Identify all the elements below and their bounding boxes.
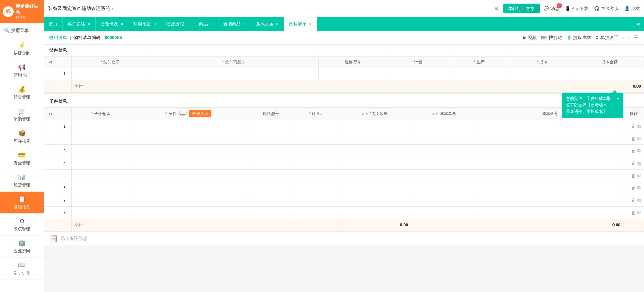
copy-row-icon[interactable]: ⧉: [637, 136, 641, 141]
child-row-spec[interactable]: [247, 207, 295, 219]
extract-cost-button[interactable]: 💲 提取成本: [566, 35, 591, 41]
child-row-quantity[interactable]: [338, 132, 411, 145]
child-row-unit-cost[interactable]: [411, 157, 477, 170]
sidebar-item-guide[interactable]: 📖 新手引导: [0, 258, 44, 280]
message-button[interactable]: 💬 消息 6: [544, 5, 559, 12]
child-row-goods[interactable]: [130, 194, 247, 207]
sidebar-item-sales[interactable]: 💰 销售管理: [0, 82, 44, 104]
tab-barcode[interactable]: 条码方案 ✕: [251, 17, 284, 31]
child-row-spec[interactable]: [247, 145, 295, 157]
view-toggle-icon[interactable]: ☰: [634, 34, 639, 41]
sidebar-item-operations[interactable]: 📊 经营管理: [0, 170, 44, 192]
child-row-unit[interactable]: [295, 194, 338, 207]
tab-close-icon[interactable]: ✕: [210, 22, 213, 26]
child-row-unit-cost[interactable]: [411, 120, 477, 132]
child-row-quantity[interactable]: [338, 194, 411, 207]
sidebar-item-basic-info[interactable]: 📋 基础信息: [0, 192, 44, 214]
video-button[interactable]: ▶ 视频: [523, 35, 537, 41]
parent-row-goods[interactable]: [149, 68, 318, 80]
child-row-unit[interactable]: [295, 207, 338, 219]
tab-ops-history[interactable]: 经营历程 ✕: [161, 17, 194, 31]
delete-row-icon[interactable]: 🗑: [631, 185, 636, 191]
delete-row-icon[interactable]: 🗑: [631, 136, 636, 141]
child-row-unit-cost[interactable]: [411, 145, 477, 157]
child-row-spec[interactable]: [247, 170, 295, 182]
child-row-quantity[interactable]: [338, 182, 411, 194]
child-row-unit[interactable]: [295, 157, 338, 170]
sidebar-item-inventory[interactable]: 📦 库存核算: [0, 126, 44, 148]
pagination-next[interactable]: ›: [628, 35, 630, 40]
user-menu[interactable]: 👤 用友: [624, 5, 640, 12]
child-row-goods[interactable]: [130, 207, 247, 219]
child-row-spec[interactable]: [247, 182, 295, 194]
child-row-quantity[interactable]: [338, 207, 411, 219]
child-row-unit-cost[interactable]: [411, 182, 477, 194]
child-row-unit[interactable]: [295, 170, 338, 182]
tab-customer[interactable]: 客户联络 ✕: [63, 17, 96, 31]
tab-new-goods[interactable]: 新增商品 ✕: [218, 17, 251, 31]
child-row-quantity[interactable]: [338, 157, 411, 170]
child-row-quantity[interactable]: [338, 170, 411, 182]
online-service-button[interactable]: 🎧 在线客服: [594, 5, 619, 12]
delete-row-icon[interactable]: 🗑: [631, 124, 636, 129]
parent-row-spec[interactable]: [318, 68, 387, 80]
child-row-goods[interactable]: [130, 182, 247, 194]
tab-close-icon[interactable]: ✕: [120, 22, 123, 26]
single-settings-button[interactable]: ⚙ 单据设置: [595, 35, 618, 41]
child-row-unit[interactable]: [295, 182, 338, 194]
copy-row-icon[interactable]: ⧉: [637, 173, 641, 178]
tab-close-icon[interactable]: ✕: [153, 22, 156, 26]
tab-bom[interactable]: 物料清单 ✕: [284, 17, 317, 31]
child-row-goods[interactable]: [130, 157, 247, 170]
child-row-unit[interactable]: [295, 145, 338, 157]
system-dropdown-icon[interactable]: ▾: [112, 6, 114, 11]
delete-row-icon[interactable]: 🗑: [631, 161, 636, 166]
copy-row-icon[interactable]: ⧉: [637, 123, 641, 129]
tab-close-icon[interactable]: ✕: [87, 22, 90, 26]
child-row-spec[interactable]: [247, 157, 295, 170]
parent-row-warehouse[interactable]: [72, 68, 149, 80]
delete-row-icon[interactable]: 🗑: [631, 173, 636, 178]
child-row-warehouse[interactable]: [72, 194, 130, 207]
child-row-goods[interactable]: [130, 145, 247, 157]
copy-row-icon[interactable]: ⧉: [637, 148, 641, 154]
tab-close-icon[interactable]: ✕: [276, 22, 279, 26]
delete-row-icon[interactable]: 🗑: [631, 210, 636, 215]
child-row-unit-cost[interactable]: [411, 170, 477, 182]
copy-row-icon[interactable]: ⧉: [637, 210, 641, 215]
sidebar-item-marketing[interactable]: 📢 营销推广: [0, 60, 44, 82]
child-row-unit-cost[interactable]: [411, 194, 477, 207]
tab-close-icon[interactable]: ✕: [186, 22, 189, 26]
sidebar-item-purchase[interactable]: 🛒 采购管理: [0, 104, 44, 126]
child-row-quantity[interactable]: [338, 120, 411, 132]
child-row-unit[interactable]: [295, 132, 338, 145]
copy-row-icon[interactable]: ⧉: [637, 185, 641, 191]
tab-ops-status[interactable]: 经营情况 ✕: [96, 17, 128, 31]
shortcut-button[interactable]: ⌨ 快捷键: [541, 35, 562, 41]
sidebar-search[interactable]: 🔍 搜索菜单: [0, 23, 44, 38]
search-menu-button[interactable]: 🔍 搜索菜单: [3, 26, 41, 35]
close-all-tabs-button[interactable]: ✕: [633, 21, 644, 27]
child-row-spec[interactable]: [247, 120, 295, 132]
child-row-warehouse[interactable]: [72, 120, 130, 132]
child-row-warehouse[interactable]: [72, 207, 130, 219]
tab-profit-report[interactable]: 利润报告 ✕: [128, 17, 161, 31]
sidebar-item-system[interactable]: ⚙ 系统管理: [0, 214, 44, 236]
pagination-prev[interactable]: ‹: [622, 35, 624, 40]
child-row-warehouse[interactable]: [72, 157, 130, 170]
copy-row-icon[interactable]: ⧉: [637, 160, 641, 166]
tooltip-close-button[interactable]: ×: [617, 95, 619, 103]
app-download-button[interactable]: 📱 App下载: [565, 5, 589, 12]
delete-row-icon[interactable]: 🗑: [631, 148, 636, 154]
tab-home[interactable]: 首页: [44, 17, 63, 31]
child-row-warehouse[interactable]: [72, 170, 130, 182]
child-row-warehouse[interactable]: [72, 182, 130, 194]
trial-button[interactable]: 体验行业方案: [503, 4, 540, 13]
tab-goods[interactable]: 商品 ✕: [194, 17, 218, 31]
child-row-spec[interactable]: [247, 194, 295, 207]
child-row-goods[interactable]: [130, 120, 247, 132]
sidebar-item-enterprise[interactable]: 🏢 企业协同: [0, 236, 44, 258]
parent-row-cost[interactable]: [512, 68, 575, 80]
child-row-warehouse[interactable]: [72, 132, 130, 145]
child-row-unit[interactable]: [295, 120, 338, 132]
